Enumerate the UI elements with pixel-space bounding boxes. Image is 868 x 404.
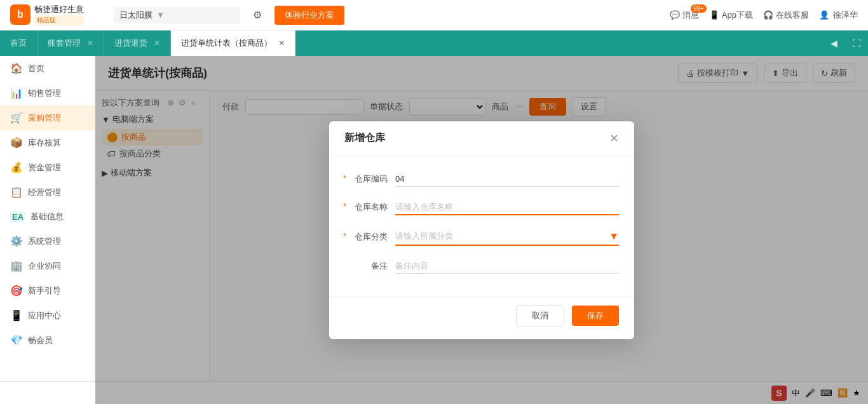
code-input[interactable] — [395, 172, 619, 187]
vip-icon: 💎 — [10, 334, 23, 346]
logo-badge: 精品版 — [34, 15, 84, 25]
sidebar-label-basic-info: 基础信息 — [31, 211, 64, 222]
tab-account[interactable]: 账套管理 ✕ — [37, 30, 104, 56]
sidebar-item-app-center[interactable]: 📱 应用中心 — [0, 303, 95, 328]
sidebar-label-guide: 新手引导 — [28, 285, 61, 297]
sidebar-label-app-center: 应用中心 — [28, 310, 61, 321]
sidebar-item-purchase[interactable]: 🛒 采购管理 — [0, 105, 95, 130]
sidebar-item-basic-info[interactable]: EA 基础信息 — [0, 205, 95, 229]
modal-close-icon[interactable]: ✕ — [609, 131, 619, 145]
tab-purchase-return[interactable]: 进货退货 ✕ — [104, 30, 171, 56]
sales-icon: 📊 — [10, 87, 23, 99]
message-badge: 99+ — [691, 4, 707, 13]
cancel-button[interactable]: 取消 — [516, 305, 564, 327]
phone-icon: 📱 — [709, 10, 719, 20]
logo-area: b 畅捷通好生意 精品版 — [10, 4, 105, 25]
top-header: b 畅捷通好生意 精品版 日太阳膜 ▼ ⚙ 体验行业方案 💬 消息 99+ 📱 … — [0, 0, 868, 30]
sidebar-item-enterprise[interactable]: 🏢 企业协同 — [0, 253, 95, 278]
sidebar-item-inventory[interactable]: 📦 库存核算 — [0, 130, 95, 155]
logo-icon: b — [10, 4, 31, 25]
home-icon: 🏠 — [10, 62, 23, 74]
tab-purchase-return-label: 进货退货 — [114, 37, 147, 49]
sidebar-label-sales: 销售管理 — [28, 88, 61, 99]
form-row-remark: 备注 — [344, 259, 619, 274]
form-row-code: 仓库编码 — [344, 172, 619, 187]
tab-purchase-return-close-icon[interactable]: ✕ — [154, 39, 160, 48]
trial-button[interactable]: 体验行业方案 — [275, 6, 344, 25]
modal-title: 新增仓库 — [344, 131, 385, 145]
tab-prev-icon[interactable]: ◀ — [822, 30, 845, 56]
search-area[interactable]: 日太阳膜 ▼ — [113, 7, 240, 24]
sidebar-item-finance[interactable]: 💰 资金管理 — [0, 155, 95, 180]
messages-button[interactable]: 💬 消息 99+ — [670, 10, 699, 21]
sidebar-label-operations: 经营管理 — [28, 187, 61, 198]
sidebar-label-vip: 畅会员 — [28, 335, 53, 346]
operations-icon: 📋 — [10, 186, 23, 198]
basic-info-icon: EA — [10, 212, 25, 222]
app-center-icon: 📱 — [10, 309, 23, 321]
sidebar-item-sales[interactable]: 📊 销售管理 — [0, 81, 95, 105]
category-select-wrapper[interactable]: 请输入所属分类 ▼ — [395, 228, 619, 246]
remark-input[interactable] — [395, 259, 619, 274]
new-warehouse-modal: 新增仓库 ✕ 仓库编码 仓库名称 — [329, 121, 634, 339]
message-icon: 💬 — [670, 10, 680, 20]
system-icon: ⚙️ — [10, 235, 23, 247]
content-area: 进货单统计(按商品) 🖨 按模板打印 ▼ ⬆ 导出 ↻ 刷新 — [95, 56, 868, 404]
code-label: 仓库编码 — [344, 173, 395, 185]
search-arrow-icon: ▼ — [156, 10, 165, 20]
modal-footer: 取消 保存 — [329, 297, 634, 339]
modal-header: 新增仓库 ✕ — [329, 121, 634, 156]
app-download-button[interactable]: 📱 App下载 — [709, 10, 753, 21]
enterprise-icon: 🏢 — [10, 260, 23, 272]
category-label: 仓库分类 — [344, 231, 395, 243]
headset-icon: 🎧 — [763, 10, 773, 20]
sidebar-label-purchase: 采购管理 — [28, 112, 61, 124]
sidebar-item-vip[interactable]: 💎 畅会员 — [0, 328, 95, 353]
online-service-button[interactable]: 🎧 在线客服 — [763, 10, 809, 21]
settings-icon[interactable]: ⚙ — [248, 6, 267, 25]
sidebar-item-home[interactable]: 🏠 首页 — [0, 56, 95, 81]
tab-account-label: 账套管理 — [48, 37, 81, 49]
tab-expand-icon[interactable]: ⛶ — [845, 30, 868, 56]
finance-icon: 💰 — [10, 161, 23, 173]
tab-actions: ◀ ⛶ — [822, 30, 868, 56]
sidebar-item-system[interactable]: ⚙️ 系统管理 — [0, 229, 95, 253]
sidebar-item-operations[interactable]: 📋 经营管理 — [0, 180, 95, 205]
name-label: 仓库名称 — [344, 201, 395, 213]
tab-account-close-icon[interactable]: ✕ — [87, 39, 93, 48]
guide-icon: 🎯 — [10, 285, 23, 297]
inventory-icon: 📦 — [10, 137, 23, 149]
user-icon: 👤 — [819, 10, 829, 20]
form-row-category: 仓库分类 请输入所属分类 ▼ — [344, 228, 619, 246]
tab-home-label: 首页 — [10, 37, 27, 49]
header-right: 💬 消息 99+ 📱 App下载 🎧 在线客服 👤 徐泽华 — [670, 10, 858, 21]
logo-name: 畅捷通好生意 — [34, 4, 84, 15]
tab-purchase-stats-close-icon[interactable]: ✕ — [278, 39, 285, 48]
tab-home[interactable]: 首页 — [0, 30, 37, 56]
category-dropdown-icon: ▼ — [609, 231, 619, 242]
tab-purchase-stats[interactable]: 进货单统计表（按商品） ✕ — [171, 30, 295, 56]
username-label: 徐泽华 — [833, 10, 858, 21]
category-select-placeholder: 请输入所属分类 — [395, 231, 609, 242]
modal-body: 仓库编码 仓库名称 仓库分类 — [329, 156, 634, 297]
form-row-name: 仓库名称 — [344, 199, 619, 215]
sidebar-label-system: 系统管理 — [28, 236, 61, 247]
user-avatar-area[interactable]: 👤 徐泽华 — [819, 10, 858, 21]
sidebar-label-home: 首页 — [28, 63, 44, 74]
purchase-icon: 🛒 — [10, 112, 23, 124]
sidebar-label-finance: 资金管理 — [28, 162, 61, 173]
sidebar-label-enterprise: 企业协同 — [28, 260, 61, 272]
sidebar-item-guide[interactable]: 🎯 新手引导 — [0, 278, 95, 303]
name-input[interactable] — [395, 199, 619, 215]
save-button[interactable]: 保存 — [572, 306, 619, 326]
sidebar: 🏠 首页 📊 销售管理 🛒 采购管理 📦 库存核算 💰 资金管理 📋 经营管理 … — [0, 56, 95, 404]
modal-overlay: 新增仓库 ✕ 仓库编码 仓库名称 — [95, 56, 868, 404]
tab-purchase-stats-label: 进货单统计表（按商品） — [181, 37, 272, 49]
search-text: 日太阳膜 — [119, 10, 153, 21]
tab-bar: 首页 账套管理 ✕ 进货退货 ✕ 进货单统计表（按商品） ✕ ◀ ⛶ — [0, 30, 868, 56]
sidebar-label-inventory: 库存核算 — [28, 137, 61, 149]
remark-label: 备注 — [344, 260, 395, 272]
main-layout: 🏠 首页 📊 销售管理 🛒 采购管理 📦 库存核算 💰 资金管理 📋 经营管理 … — [0, 56, 868, 404]
